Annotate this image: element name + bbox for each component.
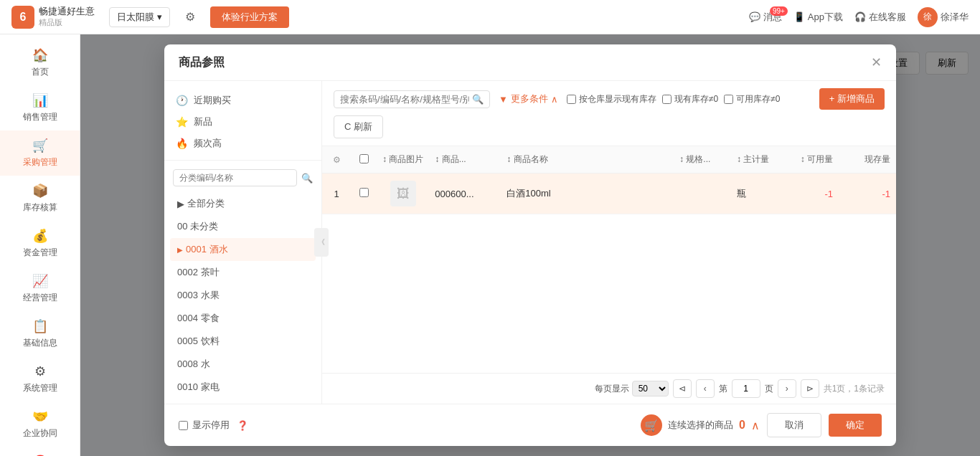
content-area: 查询 设置 刷新 商品参照 ✕ 🕐: [80, 34, 980, 456]
cat-00[interactable]: 00 未分类: [170, 215, 316, 238]
phone-icon: 📱: [793, 11, 805, 22]
modal-close-button[interactable]: ✕: [871, 54, 882, 70]
cell-avail: -1: [781, 174, 839, 214]
user-item[interactable]: 徐 徐泽华: [918, 7, 969, 27]
sidebar-item-system[interactable]: ⚙ 系统管理: [0, 356, 80, 402]
cat-0008[interactable]: 0008 水: [170, 353, 316, 376]
show-disabled-checkbox-label[interactable]: 显示停用: [179, 419, 230, 432]
sidebar-item-guide[interactable]: 🎯 新手引导: [0, 447, 80, 456]
main-layout: 🏠 首页 📊 销售管理 🛒 采购管理 📦 库存核算 💰 资金管理 📈 经营管理 …: [0, 34, 980, 456]
right-panel: 🔍 ▼ 更多条件 ∧ 按仓库显示现有库存: [322, 81, 896, 404]
filter-icon: ▼: [499, 94, 508, 105]
inventory-icon: 📦: [32, 183, 48, 199]
cancel-button[interactable]: 取消: [767, 413, 821, 437]
app-download-item[interactable]: 📱 App下载: [793, 11, 843, 24]
product-table: ⚙ ↕ 商品图片: [322, 146, 896, 214]
sidebar-item-corp[interactable]: 🤝 企业协同: [0, 402, 80, 447]
modal-title: 商品参照: [179, 55, 225, 70]
stock-checkbox-input[interactable]: [662, 95, 672, 104]
more-filter-button[interactable]: ▼ 更多条件 ∧: [496, 90, 561, 108]
modal-footer: 显示停用 ❓ 🛒 连续选择的商品 0 ∧ 取消 确定: [164, 404, 896, 446]
confirm-button[interactable]: 确定: [829, 414, 882, 437]
cart-icon: 🛒: [641, 414, 662, 436]
toolbar: 🔍 ▼ 更多条件 ∧ 按仓库显示现有库存: [322, 81, 896, 146]
page-size-select-input[interactable]: 50 100 200: [632, 381, 669, 396]
frequent-filter[interactable]: 🔥 频次高: [170, 133, 316, 154]
th-num: ⚙: [322, 146, 351, 174]
cart-area: 🛒 连续选择的商品 0 ∧: [641, 414, 760, 436]
product-table-container: ⚙ ↕ 商品图片: [322, 146, 896, 373]
star-icon: ⭐: [176, 116, 188, 128]
chevron-up-icon: ∧: [551, 94, 558, 105]
modal-dialog: 商品参照 ✕ 🕐 近期购买 ⭐ 新: [164, 44, 896, 446]
left-panel: 🕐 近期购买 ⭐ 新品 🔥 频次高: [164, 81, 322, 404]
fire-icon: 🔥: [176, 138, 188, 149]
sidebar-item-sales[interactable]: 📊 销售管理: [0, 85, 80, 130]
chevron-down-icon: ▾: [157, 11, 162, 22]
cell-check: [351, 174, 377, 214]
branch-selector[interactable]: 日太阳膜 ▾: [109, 7, 170, 27]
category-search-input[interactable]: [173, 169, 297, 186]
cat-0002[interactable]: 0002 茶叶: [170, 261, 316, 284]
sidebar-item-home[interactable]: 🏠 首页: [0, 40, 80, 85]
fold-cart-button[interactable]: ∧: [751, 419, 760, 432]
cat-0004[interactable]: 0004 零食: [170, 307, 316, 330]
service-item[interactable]: 🎧 在线客服: [854, 11, 906, 24]
sidebar-item-operation[interactable]: 📈 经营管理: [0, 266, 80, 311]
cat-0003[interactable]: 0003 水果: [170, 284, 316, 307]
collapse-panel-button[interactable]: 《: [314, 228, 329, 257]
th-spec: ↕ 规格...: [674, 146, 731, 174]
navbar: 6 畅捷通好生意 精品版 日太阳膜 ▾ ⚙ 体验行业方案 💬 消息 99+ 📱 …: [0, 0, 980, 34]
table-row[interactable]: 1 🖼: [322, 174, 896, 214]
settings-col-icon[interactable]: ⚙: [333, 155, 341, 165]
cat-0010[interactable]: 0010 家电: [170, 376, 316, 395]
sidebar-item-purchase[interactable]: 🛒 采购管理: [0, 130, 80, 176]
warehouse-checkbox-input[interactable]: [567, 95, 576, 104]
avail-nonzero-checkbox[interactable]: 可用库存≠0: [724, 93, 780, 105]
cell-num: 1: [322, 174, 351, 214]
page-first-button[interactable]: ⊲: [673, 379, 692, 398]
cell-name: 白酒100ml: [501, 174, 674, 214]
select-all-checkbox[interactable]: [359, 154, 369, 163]
cta-button[interactable]: 体验行业方案: [210, 6, 289, 28]
page-size-selector: 每页显示 50 100 200: [595, 381, 669, 396]
cat-0005[interactable]: 0005 饮料: [170, 330, 316, 353]
product-search-input[interactable]: [340, 94, 469, 105]
modal-overlay: 商品参照 ✕ 🕐 近期购买 ⭐ 新: [80, 34, 980, 456]
page-total-info: 共1页，1条记录: [824, 383, 885, 395]
search-icon[interactable]: 🔍: [472, 94, 484, 105]
settings-icon[interactable]: ⚙: [179, 6, 202, 29]
table-header-row: ⚙ ↕ 商品图片: [322, 146, 896, 174]
quick-filters: 🕐 近期购买 ⭐ 新品 🔥 频次高: [164, 90, 321, 154]
warehouse-filter-checkbox[interactable]: 按仓库显示现有库存: [567, 93, 656, 105]
new-product-filter[interactable]: ⭐ 新品: [170, 111, 316, 133]
th-unit: ↕ 主计量: [731, 146, 781, 174]
sidebar-item-basic[interactable]: 📋 基础信息: [0, 311, 80, 356]
category-search-row: 🔍: [164, 166, 321, 192]
show-disabled-checkbox[interactable]: [179, 421, 188, 430]
logo-text: 畅捷通好生意: [39, 6, 95, 17]
page-prev-button[interactable]: ‹: [696, 379, 715, 398]
sidebar-item-finance[interactable]: 💰 资金管理: [0, 221, 80, 266]
cat-all[interactable]: ▶ 全部分类: [170, 192, 316, 215]
page-last-button[interactable]: ⊳: [801, 379, 819, 398]
refresh-table-button[interactable]: C 刷新: [334, 115, 383, 138]
th-check: [351, 146, 377, 174]
category-search-icon[interactable]: 🔍: [301, 173, 313, 184]
cat-0001[interactable]: ▶ 0001 酒水: [170, 238, 316, 261]
stock-nonzero-checkbox[interactable]: 现有库存≠0: [662, 93, 718, 105]
add-product-button[interactable]: + 新增商品: [819, 88, 885, 110]
message-badge: 99+: [770, 6, 788, 16]
page-next-button[interactable]: ›: [778, 379, 796, 398]
finance-icon: 💰: [32, 228, 48, 244]
page-number-input[interactable]: [732, 379, 760, 398]
logo-sub: 精品版: [39, 17, 95, 28]
active-arrow-icon: ▶: [177, 246, 183, 254]
recent-purchase-filter[interactable]: 🕐 近期购买: [170, 90, 316, 111]
sidebar-item-inventory[interactable]: 📦 库存核算: [0, 176, 80, 221]
sales-icon: 📊: [32, 92, 48, 108]
avail-checkbox-input[interactable]: [724, 95, 733, 104]
row-checkbox[interactable]: [359, 188, 369, 197]
help-icon[interactable]: ❓: [237, 420, 248, 431]
message-item[interactable]: 💬 消息 99+: [749, 11, 782, 24]
